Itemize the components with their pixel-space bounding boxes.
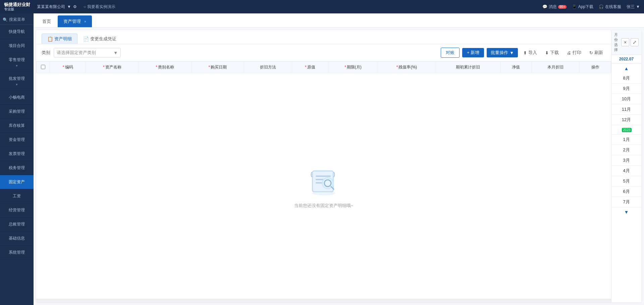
year-2023-badge: 2023: [622, 128, 631, 132]
bottom-scrollbar[interactable]: [36, 299, 611, 302]
user-menu[interactable]: 张三 ▼: [627, 4, 640, 10]
search-menu-label: 搜索菜单: [9, 17, 25, 22]
app-logo: 畅捷通好业财 专业版: [4, 2, 30, 11]
tab-close-icon[interactable]: ×: [84, 19, 86, 23]
month-item-12[interactable]: 12月: [611, 115, 641, 125]
month-item-1[interactable]: 1月: [611, 135, 641, 145]
sidebar-item-retail[interactable]: 零售管理 ▼: [0, 53, 34, 72]
message-button[interactable]: 💬 消息 99+: [542, 4, 567, 10]
col-operation: 操作: [580, 62, 611, 73]
month-year-badge-row: 2023: [611, 125, 641, 135]
month-item-11[interactable]: 11月: [611, 104, 641, 115]
asset-detail-icon: 📋: [47, 36, 53, 42]
month-scroll-down[interactable]: ▼: [611, 207, 641, 217]
import-button[interactable]: ⬆ 导入: [521, 48, 540, 57]
select-all-header: [37, 62, 50, 73]
sidebar-item-assets[interactable]: 固定资产: [0, 175, 34, 189]
month-item-9[interactable]: 9月: [611, 84, 641, 94]
month-item-6[interactable]: 6月: [611, 187, 641, 197]
sidebar-item-inventory[interactable]: 库存核算: [0, 119, 34, 133]
content-area: 首页 资产管理 × 📋 资产明细 📄 变更生成凭证: [34, 13, 644, 305]
table-area: *编码 *资产名称 *类别名称 *购买日期 折旧方法 *原值 *期限(月) *残…: [36, 61, 611, 299]
month-item-7[interactable]: 7月: [611, 197, 641, 207]
sidebar-item-purchase[interactable]: 采购管理: [0, 105, 34, 119]
search-menu-item[interactable]: 🔍 搜索菜单: [0, 13, 34, 25]
search-icon: 🔍: [3, 17, 8, 22]
col-purchase-date: *购买日期: [191, 62, 244, 73]
sidebar-item-payroll[interactable]: 工资: [0, 189, 34, 203]
download-button[interactable]: ⬇ 下载: [542, 48, 561, 57]
category-label: 类别: [42, 50, 50, 56]
category-select[interactable]: 请选择固定资产类别 ▼: [54, 48, 121, 57]
sidebar: 🔍 搜索菜单 快捷导航 项目合同 零售管理 ▼ 批发管理 ▼ 小畅电商 采购管理…: [0, 13, 34, 305]
online-service-button[interactable]: 🎧 在线客服: [599, 4, 621, 10]
refresh-button[interactable]: ↻ 刷新: [587, 48, 606, 57]
col-monthly-dep: 本月折旧: [532, 62, 580, 73]
month-scroll-up[interactable]: ▲: [611, 64, 641, 73]
month-panel-header: 月份选择: [614, 32, 621, 52]
sidebar-item-invoice[interactable]: 发票管理: [0, 147, 34, 161]
empty-state: 当前您还没有固定资产明细哦~: [36, 73, 611, 299]
assets-table: *编码 *资产名称 *类别名称 *购买日期 折旧方法 *原值 *期限(月) *残…: [36, 61, 611, 73]
sidebar-item-basicinfo[interactable]: 基础信息: [0, 232, 34, 246]
select-all-checkbox[interactable]: [41, 65, 45, 69]
phone-icon: 📱: [572, 4, 577, 9]
month-item-8[interactable]: 8月: [611, 73, 641, 84]
month-panel: 月份选择 × ⤢ 2022.07 ▲ 8月 9月 10月 11月 12月 202…: [611, 30, 641, 302]
panel-expand-button[interactable]: ⤢: [631, 38, 639, 46]
sidebar-item-project[interactable]: 项目合同: [0, 39, 34, 53]
sub-tab-asset-detail[interactable]: 📋 资产明细: [42, 34, 77, 44]
col-original-value: *原值: [292, 62, 328, 73]
wholesale-arrow-icon: ▼: [15, 83, 18, 86]
duizhang-button[interactable]: 对账: [441, 48, 460, 58]
panel-close-button[interactable]: ×: [621, 38, 629, 46]
tab-home[interactable]: 首页: [37, 16, 56, 27]
sidebar-item-finance[interactable]: 资金管理: [0, 133, 34, 147]
category-chevron-icon: ▼: [113, 50, 118, 55]
nav-tabs: 首页 资产管理 ×: [34, 13, 644, 28]
sidebar-item-ledger[interactable]: 总账管理: [0, 217, 34, 232]
settings-icon[interactable]: ⚙: [73, 4, 77, 9]
chevron-down-icon: ▼: [67, 4, 71, 9]
top-bar: 畅捷通好业财 专业版 某某某有限公司 ▼ ⚙ ○ 我要看实例演示 💬 消息 99…: [0, 0, 644, 13]
month-item-5[interactable]: 5月: [611, 176, 641, 187]
add-button[interactable]: + 新增: [462, 48, 484, 57]
sidebar-item-tax[interactable]: 税务管理: [0, 161, 34, 175]
sidebar-item-system[interactable]: 系统管理: [0, 246, 34, 260]
print-icon: 🖨: [567, 50, 571, 55]
user-name: 张三: [627, 4, 635, 10]
demo-icon: ○: [84, 4, 86, 9]
sidebar-item-quicknav[interactable]: 快捷导航: [0, 25, 34, 39]
toolbar: 类别 请选择固定资产类别 ▼ 对账 + 新增 批量操作 ▼: [36, 44, 611, 61]
print-button[interactable]: 🖨 打印: [564, 48, 584, 57]
app-download-button[interactable]: 📱 App下载: [572, 4, 593, 10]
sub-tab-change-voucher[interactable]: 📄 变更生成凭证: [77, 34, 122, 44]
sub-tab-asset-detail-label: 资产明细: [54, 36, 72, 42]
sidebar-item-business[interactable]: 经营管理: [0, 203, 34, 217]
month-item-2[interactable]: 2月: [611, 145, 641, 155]
col-code: *编码: [50, 62, 86, 73]
demo-link[interactable]: ○ 我要看实例演示: [84, 4, 115, 10]
change-voucher-icon: 📄: [83, 36, 89, 42]
tab-asset-management[interactable]: 资产管理 ×: [58, 15, 92, 27]
month-item-3[interactable]: 3月: [611, 155, 641, 166]
page-inner: 📋 资产明细 📄 变更生成凭证 类别 请选择固定资产类别 ▼: [36, 30, 611, 302]
month-item-10[interactable]: 10月: [611, 94, 641, 104]
col-residual-rate: *残值率(%): [378, 62, 435, 73]
app-name: 畅捷通好业财: [4, 2, 30, 7]
app-edition: 专业版: [4, 7, 30, 11]
svg-rect-3: [316, 175, 331, 177]
col-depreciation-method: 折旧方法: [244, 62, 292, 73]
sidebar-item-wholesale[interactable]: 批发管理 ▼: [0, 72, 34, 91]
category-placeholder: 请选择固定资产类别: [57, 50, 96, 56]
download-icon: ⬇: [545, 50, 549, 55]
col-category: *类别名称: [139, 62, 191, 73]
message-label: 消息: [549, 4, 557, 10]
service-icon: 🎧: [599, 4, 604, 9]
sidebar-item-ecommerce[interactable]: 小畅电商: [0, 91, 34, 105]
company-selector[interactable]: 某某某有限公司 ▼ ⚙: [37, 4, 77, 10]
month-item-4[interactable]: 4月: [611, 166, 641, 176]
batch-button[interactable]: 批量操作 ▼: [487, 48, 518, 57]
message-badge: 99+: [558, 5, 567, 9]
empty-icon: [304, 164, 344, 197]
